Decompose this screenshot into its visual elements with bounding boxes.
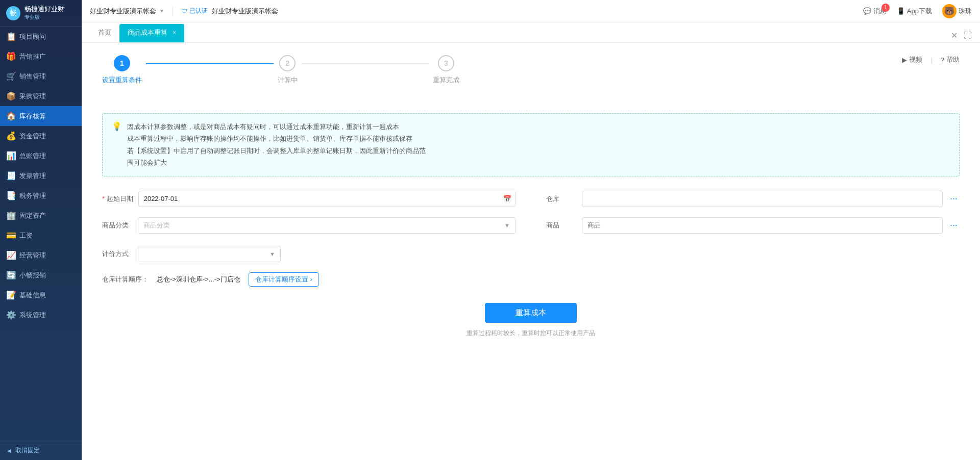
step-3-circle: 3 — [438, 55, 454, 71]
user-avatar: 🐻 — [942, 4, 957, 18]
sidebar-item-project[interactable]: 📋 项目顾问 — [0, 27, 82, 46]
sidebar-logo: 畅 畅捷通好业财 专业版 — [0, 0, 82, 27]
calc-order-row: 仓库计算顺序： 总仓->深圳仓库->...->门店仓 仓库计算顺序设置 › — [102, 272, 960, 287]
sidebar-nav: 📋 项目顾问 🎁 营销推广 🛒 销售管理 📦 采购管理 🏠 库存核算 💰 资金管… — [0, 27, 82, 441]
sidebar-label-marketing: 营销推广 — [19, 52, 46, 61]
video-help-btn[interactable]: ▶ 视频 — [902, 55, 922, 64]
sidebar-item-basic[interactable]: 📝 基础信息 — [0, 285, 82, 305]
info-line-4: 围可能会扩大 — [127, 157, 426, 168]
info-box-content: 因成本计算参数调整，或是对商品成本有疑问时，可以通过成本重算功能，重新计算一遍成… — [127, 121, 426, 169]
sidebar-label-salary: 工资 — [19, 231, 33, 240]
calc-order-label: 仓库计算顺序： — [102, 275, 149, 284]
help-circle-icon: ? — [941, 56, 944, 64]
category-arrow-icon: ▼ — [504, 222, 510, 228]
notification-badge: 1 — [881, 4, 890, 12]
basic-icon: 📝 — [6, 290, 15, 300]
step-1-circle: 1 — [114, 55, 130, 71]
message-btn[interactable]: 💬 消息 1 — [863, 7, 887, 16]
sidebar-item-invoice[interactable]: 🧾 发票管理 — [0, 166, 82, 186]
form-grid: 起始日期 📅 仓库 ··· 商品分类 商品分类 ▼ 商品 — [102, 191, 960, 234]
sidebar-label-inventory: 库存核算 — [19, 112, 46, 121]
calc-order-value: 总仓->深圳仓库->...->门店仓 — [157, 275, 240, 284]
user-name: 珠珠 — [959, 7, 972, 16]
warehouse-more-btn[interactable]: ··· — [948, 193, 960, 204]
product-input[interactable] — [582, 217, 943, 234]
sidebar-item-system[interactable]: ⚙️ 系统管理 — [0, 305, 82, 325]
sidebar-item-inventory[interactable]: 🏠 库存核算 — [0, 106, 82, 126]
sidebar-item-operations[interactable]: 📈 经营管理 — [0, 245, 82, 265]
logo-icon: 畅 — [6, 6, 20, 20]
company-name: 好业财专业版演示帐套 — [212, 7, 278, 16]
info-line-1: 因成本计算参数调整，或是对商品成本有疑问时，可以通过成本重算功能，重新计算一遍成… — [127, 121, 426, 133]
category-placeholder: 商品分类 — [143, 221, 170, 230]
step-2-label: 计算中 — [278, 75, 298, 85]
top-bar-right: 💬 消息 1 📱 App下载 🐻 珠珠 — [863, 4, 972, 18]
video-label: 视频 — [909, 55, 922, 64]
info-line-2: 成本重算过程中，影响库存账的操作均不能操作，比如进货单、销货单、库存单据不能审核… — [127, 133, 426, 144]
sidebar-label-assets: 固定资产 — [19, 211, 46, 220]
account-name: 好业财专业版演示帐套 — [90, 7, 156, 16]
sidebar-item-purchase[interactable]: 📦 采购管理 — [0, 86, 82, 106]
recalc-cost-btn[interactable]: 重算成本 — [485, 303, 577, 323]
app-download-btn[interactable]: 📱 App下载 — [897, 7, 932, 16]
sidebar-item-salary[interactable]: 💳 工资 — [0, 225, 82, 245]
calc-order-btn-label: 仓库计算顺序设置 — [255, 275, 308, 284]
sidebar-item-marketing[interactable]: 🎁 营销推广 — [0, 46, 82, 66]
help-divider: | — [930, 56, 932, 64]
pricing-select[interactable]: ▼ — [138, 246, 281, 262]
pricing-arrow-icon: ▼ — [270, 251, 275, 257]
category-label: 商品分类 — [102, 221, 133, 230]
form-row-category: 商品分类 商品分类 ▼ — [102, 217, 516, 234]
verified-text: 已认证 — [189, 7, 208, 15]
main-area: 好业财专业版演示帐套 ▼ 🛡 已认证 好业财专业版演示帐套 💬 消息 1 📱 A… — [82, 0, 980, 460]
phone-icon: 📱 — [897, 7, 905, 15]
form-row-warehouse: 仓库 ··· — [546, 191, 960, 207]
account-selector[interactable]: 好业财专业版演示帐套 ▼ — [90, 7, 164, 16]
sidebar-item-accounting[interactable]: 📊 总账管理 — [0, 146, 82, 166]
sidebar-label-system: 系统管理 — [19, 311, 46, 320]
recalc-btn-label: 重算成本 — [516, 308, 546, 317]
pricing-row: 计价方式 ▼ — [102, 246, 960, 262]
top-bar-divider — [173, 6, 173, 16]
tab-cost-recalc[interactable]: 商品成本重算 × — [119, 24, 184, 42]
sidebar-unpin[interactable]: ◄ 取消固定 — [0, 441, 82, 460]
operations-icon: 📈 — [6, 250, 15, 260]
calc-order-settings-btn[interactable]: 仓库计算顺序设置 › — [249, 272, 319, 287]
sidebar-item-finance[interactable]: 💰 资金管理 — [0, 126, 82, 146]
tab-close-btn[interactable]: × — [173, 29, 177, 36]
start-date-input[interactable] — [138, 191, 516, 207]
step-line-1-2 — [146, 63, 274, 64]
account-dropdown-icon[interactable]: ▼ — [159, 8, 164, 14]
warehouse-input[interactable] — [582, 191, 943, 207]
sidebar-footer-label: 取消固定 — [15, 446, 40, 455]
product-more-btn[interactable]: ··· — [948, 220, 960, 231]
category-select[interactable]: 商品分类 ▼ — [138, 217, 516, 234]
action-area: 重算成本 重算过程耗时较长，重算时您可以正常使用产品 — [102, 303, 960, 338]
calendar-icon[interactable]: 📅 — [503, 195, 511, 202]
system-icon: ⚙️ — [6, 310, 15, 320]
top-bar: 好业财专业版演示帐套 ▼ 🛡 已认证 好业财专业版演示帐套 💬 消息 1 📱 A… — [82, 0, 980, 22]
step-3-label: 重算完成 — [433, 75, 459, 85]
expand-btn[interactable]: ⛶ — [964, 31, 972, 40]
sidebar-label-project: 项目顾问 — [19, 32, 46, 41]
tab-bar: 首页 商品成本重算 × ✕ ⛶ — [82, 22, 980, 43]
expense-icon: 🔄 — [6, 270, 15, 280]
sidebar-item-tax[interactable]: 📑 税务管理 — [0, 186, 82, 206]
accounting-icon: 📊 — [6, 151, 15, 161]
info-box: 💡 因成本计算参数调整，或是对商品成本有疑问时，可以通过成本重算功能，重新计算一… — [102, 113, 960, 176]
close-window-btn[interactable]: ✕ — [951, 31, 958, 40]
user-profile-btn[interactable]: 🐻 珠珠 — [942, 4, 972, 18]
sidebar-item-sales[interactable]: 🛒 销售管理 — [0, 66, 82, 86]
inventory-icon: 🏠 — [6, 111, 15, 121]
video-icon: ▶ — [902, 56, 907, 64]
sidebar-item-expense[interactable]: 🔄 小畅报销 — [0, 265, 82, 285]
sidebar-label-invoice: 发票管理 — [19, 171, 46, 181]
finance-icon: 💰 — [6, 131, 15, 141]
invoice-icon: 🧾 — [6, 171, 15, 181]
message-icon: 💬 — [863, 7, 871, 15]
info-bulb-icon: 💡 — [112, 121, 122, 131]
sidebar-item-assets[interactable]: 🏢 固定资产 — [0, 206, 82, 225]
tab-home[interactable]: 首页 — [90, 24, 119, 42]
sidebar-label-purchase: 采购管理 — [19, 92, 46, 101]
help-btn[interactable]: ? 帮助 — [941, 55, 960, 64]
